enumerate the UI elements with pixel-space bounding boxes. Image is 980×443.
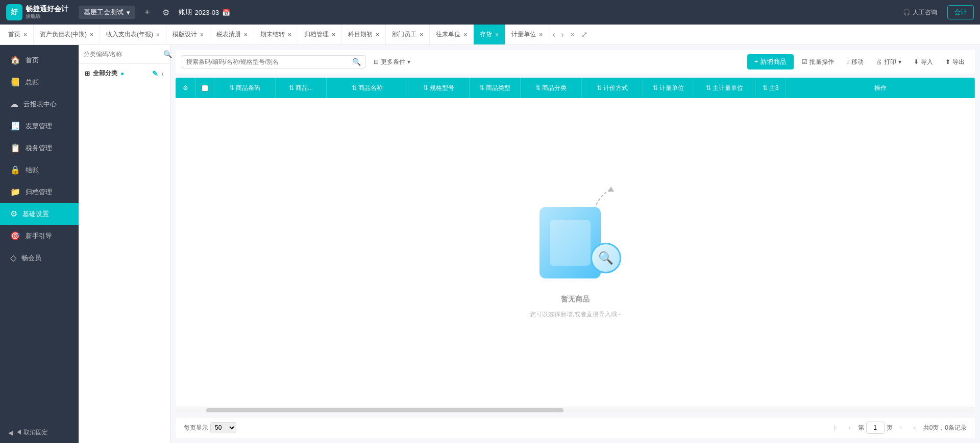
close-icon[interactable]: × <box>332 31 335 38</box>
search-icon[interactable]: 🔍 <box>352 58 361 66</box>
tab-subject[interactable]: 科目期初 × <box>342 25 386 45</box>
tab-expand-button[interactable]: ⤢ <box>578 25 591 45</box>
pagination: 每页显示 10 20 50 100 |‹ ‹ 第 页 <box>176 417 975 438</box>
new-item-button[interactable]: + 新增商品 <box>747 54 794 69</box>
close-icon[interactable]: × <box>539 31 543 38</box>
tab-prev-button[interactable]: ‹ <box>549 25 558 45</box>
th-settings[interactable]: ⚙ <box>176 78 196 98</box>
unpin-button[interactable]: ◀ ◀ 取消固定 <box>0 422 79 443</box>
page-size-select[interactable]: 10 20 50 100 <box>210 422 236 433</box>
content-area: 🔍 ⊞ 全部分类 ● ✎ ‹ 🔍 <box>79 45 980 443</box>
th-spec[interactable]: ⇅ 规格型号 <box>408 78 470 98</box>
close-icon[interactable]: × <box>420 31 423 38</box>
first-page-button[interactable]: |‹ <box>829 422 842 434</box>
print-button[interactable]: 🖨 打印 ▾ <box>872 56 905 68</box>
consult-button[interactable]: 🎧 人工咨询 <box>899 6 941 19</box>
batch-button[interactable]: ☑ 批量操作 <box>798 56 838 68</box>
th-main-unit[interactable]: ⇅ 主计量单位 <box>694 78 755 98</box>
gear-icon: ⚙ <box>10 209 17 219</box>
sidebar-item-archive[interactable]: 📁 归档管理 <box>0 181 79 203</box>
th-category[interactable]: ⇅ 商品分类 <box>521 78 582 98</box>
close-icon[interactable]: × <box>376 31 379 38</box>
close-icon[interactable]: × <box>288 31 291 38</box>
page-unit: 页 <box>887 424 893 432</box>
tab-unit[interactable]: 计量单位 × <box>505 25 549 45</box>
empty-doc-inner <box>550 220 591 266</box>
th-type[interactable]: ⇅ 商品类型 <box>470 78 521 98</box>
app-logo: 好 畅捷通好会计 旗舰版 <box>6 4 72 20</box>
table-area: 🔍 ⊟ 更多条件 ▾ + 新增商品 ☑ 批量操作 <box>170 45 980 443</box>
settings-icon[interactable]: ⚙ <box>159 8 173 17</box>
chevron-down-icon: ▾ <box>898 58 901 65</box>
kuaiji-button[interactable]: 会计 <box>947 5 974 19</box>
next-page-button[interactable]: › <box>895 422 907 434</box>
svg-marker-0 <box>608 186 614 192</box>
sidebar-item-ledger[interactable]: 📒 总账 <box>0 71 79 93</box>
search-input[interactable] <box>186 58 349 65</box>
company-name: 基层工会测试 <box>84 8 124 17</box>
sidebar-item-guide[interactable]: 🎯 新手引导 <box>0 225 79 247</box>
category-search: 🔍 <box>79 45 170 64</box>
close-icon[interactable]: × <box>90 31 93 38</box>
company-selector[interactable]: 基层工会测试 ▾ <box>79 6 135 19</box>
tab-inventory[interactable]: 存货 × <box>474 25 505 45</box>
th-num[interactable]: ⇅ 主3 <box>755 78 786 98</box>
import-icon: ⬇ <box>914 58 919 65</box>
sidebar-item-invoice[interactable]: 🧾 发票管理 <box>0 115 79 137</box>
chevron-down-icon: ▾ <box>127 9 130 16</box>
top-header: 好 畅捷通好会计 旗舰版 基层工会测试 ▾ + ⚙ 账期 2023-03 📅 🎧… <box>0 0 980 25</box>
tab-next-button[interactable]: › <box>558 25 567 45</box>
tab-dept[interactable]: 部门员工 × <box>386 25 430 45</box>
empty-title: 暂无商品 <box>561 295 590 304</box>
sidebar-item-home[interactable]: 🏠 首页 <box>0 49 79 71</box>
tab-income[interactable]: 收入支出表(年报) × <box>100 25 166 45</box>
th-barcode[interactable]: ⇅ 商品条码 <box>214 78 276 98</box>
import-button[interactable]: ⬇ 导入 <box>910 56 937 68</box>
tab-period-end[interactable]: 期末结转 × <box>254 25 298 45</box>
header-actions: 🎧 人工咨询 会计 <box>899 5 974 19</box>
page-input[interactable] <box>866 422 885 434</box>
category-edit-button[interactable]: ✎ <box>152 69 158 78</box>
tab-tax[interactable]: 税表清册 × <box>210 25 254 45</box>
calendar-icon[interactable]: 📅 <box>222 9 230 16</box>
guide-icon: 🎯 <box>10 231 20 241</box>
export-button[interactable]: ⬆ 导出 <box>941 56 969 68</box>
close-icon[interactable]: × <box>463 31 467 38</box>
more-filter-button[interactable]: ⊟ 更多条件 ▾ <box>370 56 414 68</box>
th-name[interactable]: ⇅ 商品名称 <box>327 78 408 98</box>
th-unit[interactable]: ⇅ 计量单位 <box>643 78 694 98</box>
tab-balance[interactable]: 资产负债表(中期) × <box>34 25 100 45</box>
th-price-method[interactable]: ⇅ 计价方式 <box>582 78 643 98</box>
horizontal-scrollbar[interactable] <box>176 407 975 413</box>
add-tab-button[interactable]: + <box>141 7 153 18</box>
select-all-checkbox[interactable] <box>202 85 208 91</box>
tab-template[interactable]: 模版设计 × <box>166 25 210 45</box>
category-search-input[interactable] <box>84 51 160 58</box>
tab-home[interactable]: 首页 × <box>2 25 34 45</box>
scrollbar-thumb[interactable] <box>206 408 564 412</box>
last-page-button[interactable]: ›| <box>909 422 921 434</box>
sidebar-item-member[interactable]: ◇ 畅会员 <box>0 247 79 269</box>
empty-illustration: 🔍 <box>529 186 621 289</box>
tab-close-all-button[interactable]: × <box>567 25 578 45</box>
move-button[interactable]: ↕ 移动 <box>842 56 868 68</box>
page-size-selector: 每页显示 10 20 50 100 <box>184 422 236 433</box>
close-icon[interactable]: × <box>156 31 160 38</box>
close-icon[interactable]: × <box>244 31 248 38</box>
sidebar-item-close[interactable]: 🔒 结账 <box>0 159 79 181</box>
tab-customer[interactable]: 往来单位 × <box>430 25 474 45</box>
tab-archive[interactable]: 归档管理 × <box>298 25 342 45</box>
sidebar-item-report[interactable]: ☁ 云报表中心 <box>0 93 79 115</box>
sidebar-item-tax[interactable]: 📋 税务管理 <box>0 137 79 159</box>
close-icon[interactable]: × <box>200 31 204 38</box>
data-table: ⚙ ⇅ 商品条码 ⇅ 商品... ⇅ <box>176 78 975 413</box>
category-collapse-button[interactable]: ‹ <box>161 69 164 78</box>
th-checkbox[interactable] <box>196 78 214 98</box>
th-code[interactable]: ⇅ 商品... <box>276 78 327 98</box>
inner-content: 🔍 ⊞ 全部分类 ● ✎ ‹ 🔍 <box>79 45 980 443</box>
sidebar-item-settings[interactable]: ⚙ 基础设置 <box>0 203 79 225</box>
close-icon[interactable]: × <box>495 31 499 38</box>
prev-page-button[interactable]: ‹ <box>844 422 856 434</box>
move-icon: ↕ <box>846 58 849 65</box>
close-icon[interactable]: × <box>23 31 27 38</box>
